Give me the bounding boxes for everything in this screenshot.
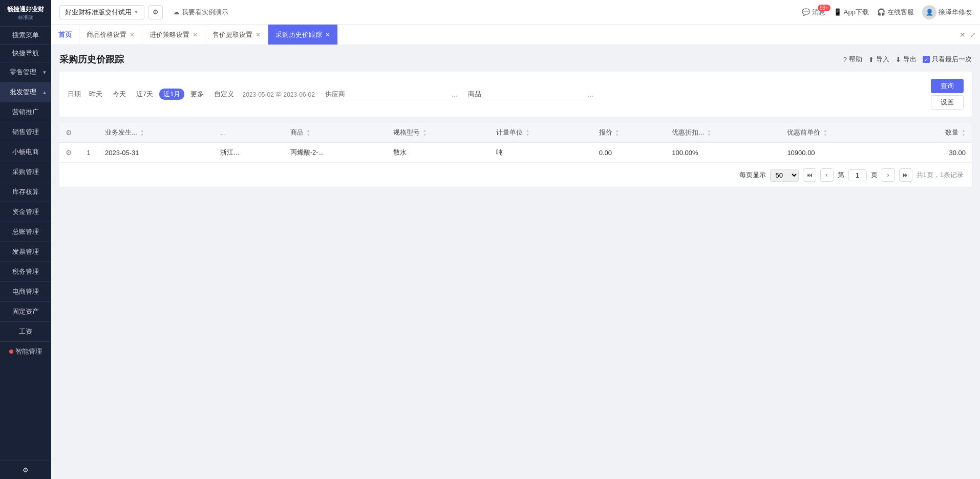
table-row: ⚙ 1 2023-05-31 浙江... 丙烯酸-2-... [59, 143, 972, 163]
tab-purchase-history[interactable]: 采购历史价跟踪 ✕ [268, 25, 338, 45]
table-gear-icon[interactable]: ⚙ [66, 128, 72, 137]
table-col-extra[interactable]: ... [214, 123, 284, 143]
tab-expand-icon[interactable]: ⤢ [970, 31, 976, 39]
tab-close-all-icon[interactable]: ✕ [960, 31, 966, 39]
sidebar-item-retail[interactable]: 零售管理 ▼ [0, 62, 51, 82]
sort-unit-icon: ▲▼ [525, 129, 529, 137]
first-page-button[interactable]: ⏮ [803, 168, 816, 182]
row-quantity: 30.00 [949, 149, 966, 157]
version-selector-text: 好业财标准版交付试用 [65, 8, 132, 17]
sidebar-item-purchase[interactable]: 采购管理 [0, 162, 51, 182]
filter-supplier-label: 供应商 [325, 90, 345, 99]
filter-supplier-input[interactable] [347, 89, 450, 99]
sort-price-icon: ▲▼ [615, 129, 619, 137]
date-opt-yesterday[interactable]: 昨天 [85, 89, 106, 100]
table-col-original-price[interactable]: 优惠前单价 ▲▼ [781, 123, 899, 143]
messages-button[interactable]: 💬 消息 99+ [802, 8, 825, 17]
tab-purchase-strategy[interactable]: 进价策略设置 ✕ [142, 25, 205, 45]
row-spec: 散水 [393, 148, 407, 156]
page-number-input[interactable] [848, 169, 867, 181]
page-size-select[interactable]: 50 10 20 100 [770, 169, 799, 182]
tab-product-price-close[interactable]: ✕ [130, 31, 135, 38]
supplier-more-button[interactable]: ... [452, 90, 458, 98]
table-col-unit[interactable]: 计量单位 ▲▼ [490, 123, 593, 143]
import-label: 导入 [876, 55, 889, 64]
app-download-label: App下载 [844, 8, 869, 17]
user-menu[interactable]: 👤 徐泽华修改 [922, 5, 972, 19]
sidebar-settings-bottom[interactable]: ⚙ [0, 461, 51, 479]
page-content: 采购历史价跟踪 ? 帮助 ⬆ 导入 ⬇ 导出 只看最后一次 [51, 45, 980, 479]
tab-home[interactable]: 首页 [51, 25, 79, 45]
sidebar-item-tax[interactable]: 税务管理 [0, 262, 51, 282]
sidebar-item-ecommerce[interactable]: 电商管理 [0, 282, 51, 302]
date-opt-7days[interactable]: 近7天 [132, 89, 157, 100]
help-button[interactable]: ? 帮助 [843, 55, 862, 64]
tab-sale-price-close[interactable]: ✕ [255, 31, 261, 38]
table-col-discount[interactable]: 优惠折扣... ▲▼ [666, 123, 781, 143]
sidebar-item-marketing[interactable]: 营销推广 [0, 102, 51, 122]
filter-product-group: 商品 ... [468, 89, 594, 99]
app-download-button[interactable]: 📱 App下载 [834, 8, 869, 17]
table-header-row: ⚙ 业务发生... ▲▼ ... 商品 ▲▼ [59, 123, 972, 143]
logo-text: 畅捷通好业财 [7, 5, 44, 14]
table-col-price[interactable]: 报价 ▲▼ [593, 123, 666, 143]
date-opt-more[interactable]: 更多 [186, 89, 208, 100]
row-unit-cell: 吨 [490, 143, 593, 163]
table-col-quantity[interactable]: 数量 ▲▼ [899, 123, 972, 143]
filter-product-input[interactable] [483, 89, 586, 99]
version-selector[interactable]: 好业财标准版交付试用 ▼ [59, 5, 144, 19]
table-col-spec[interactable]: 规格型号 ▲▼ [387, 123, 490, 143]
filter-date-label: 日期 [68, 90, 81, 99]
import-button[interactable]: ⬆ 导入 [868, 55, 889, 64]
total-info: 共1页，1条记录 [917, 170, 964, 180]
row-quantity-cell: 30.00 [899, 143, 972, 163]
export-button[interactable]: ⬇ 导出 [896, 55, 917, 64]
sort-date-icon: ▲▼ [140, 129, 144, 137]
pagination-bar: 每页显示 50 10 20 100 ⏮ ‹ 第 页 › ⏭ 共1页，1条记录 [59, 163, 972, 187]
prev-page-button[interactable]: ‹ [820, 168, 834, 182]
sidebar-quick-nav[interactable]: 快捷导航 [0, 45, 51, 62]
table-col-num [78, 123, 99, 143]
date-opt-today[interactable]: 今天 [109, 89, 130, 100]
sidebar-item-inventory[interactable]: 库存核算 [0, 182, 51, 202]
row-date-cell: 2023-05-31 [99, 143, 214, 163]
tab-purchase-history-close[interactable]: ✕ [325, 31, 330, 38]
online-service-button[interactable]: 🎧 在线客服 [877, 8, 914, 17]
tab-purchase-history-label: 采购历史价跟踪 [275, 30, 322, 39]
sidebar-item-payroll[interactable]: 工资 [0, 322, 51, 342]
topbar-settings-button[interactable]: ⚙ [148, 5, 163, 19]
sidebar-item-fixed-assets[interactable]: 固定资产 [0, 302, 51, 322]
sidebar-item-sales[interactable]: 销售管理 [0, 122, 51, 142]
row-gear-icon[interactable]: ⚙ [66, 148, 72, 157]
gear-icon: ⚙ [153, 8, 159, 16]
tab-product-price-label: 商品价格设置 [87, 30, 126, 39]
table-col-product[interactable]: 商品 ▲▼ [284, 123, 387, 143]
table-col-gear: ⚙ [59, 123, 78, 143]
page-label-prefix: 第 [838, 170, 844, 180]
sidebar-item-ecommerce-small[interactable]: 小畅电商 [0, 142, 51, 162]
sidebar-item-wholesale[interactable]: 批发管理 ▲ [0, 82, 51, 102]
sidebar-item-ledger[interactable]: 总账管理 [0, 222, 51, 242]
sidebar-item-finance[interactable]: 资金管理 [0, 202, 51, 222]
date-opt-custom[interactable]: 自定义 [210, 89, 238, 100]
product-more-button[interactable]: ... [588, 90, 594, 98]
row-discount-cell: 100.00% [666, 143, 781, 163]
sidebar-item-intelligent[interactable]: 智能管理 [0, 342, 51, 361]
demo-button[interactable]: ☁ 我要看实例演示 [167, 8, 235, 17]
settings-filter-button[interactable]: 设置 [931, 95, 964, 110]
row-supplier-cell: 浙江... [214, 143, 284, 163]
sidebar-item-invoice[interactable]: 发票管理 [0, 242, 51, 262]
date-opt-1month[interactable]: 近1月 [159, 89, 184, 100]
row-original-price: 10900.00 [787, 149, 815, 157]
tab-purchase-strategy-close[interactable]: ✕ [193, 31, 198, 38]
sidebar-search-menu[interactable]: 搜索菜单 [0, 27, 51, 45]
sort-original-price-icon: ▲▼ [823, 129, 827, 137]
sort-product-icon: ▲▼ [306, 129, 310, 137]
next-page-button[interactable]: › [882, 168, 895, 182]
tab-sale-price[interactable]: 售价提取设置 ✕ [205, 25, 268, 45]
table-col-date[interactable]: 业务发生... ▲▼ [99, 123, 214, 143]
last-page-button[interactable]: ⏭ [899, 168, 912, 182]
tab-product-price[interactable]: 商品价格设置 ✕ [79, 25, 142, 45]
only-last-checkbox[interactable] [923, 56, 930, 63]
query-button[interactable]: 查询 [931, 79, 964, 93]
